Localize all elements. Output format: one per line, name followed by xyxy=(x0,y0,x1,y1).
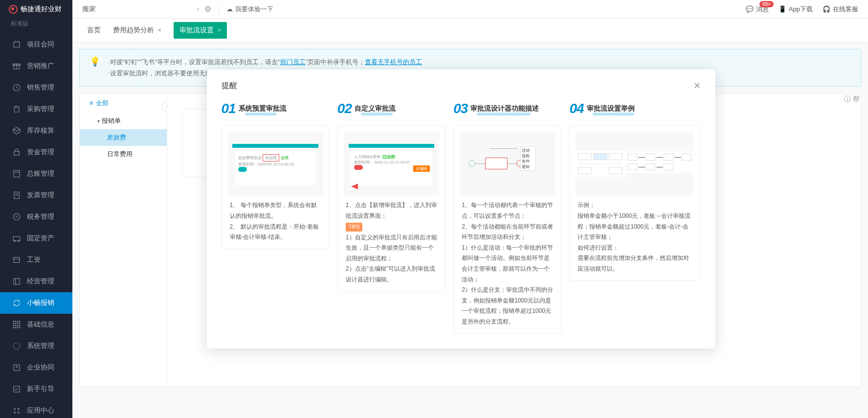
mock-outline: 未启用 xyxy=(263,154,279,162)
step4-p1: 示例： xyxy=(578,200,692,211)
step-image-3: 活动 连线 条件 通知 xyxy=(460,132,555,195)
step2-p3: 2）点击"去编辑"可以进入到审批流设计器进行编辑。 xyxy=(346,264,437,285)
mock-menu: 活动 xyxy=(522,148,534,153)
step4-p4: 需要在流程前先增加分支条件，然后增加对应活动就可以。 xyxy=(578,253,692,274)
step-card-4: 04 审批流设置举例 ——— xyxy=(569,101,700,333)
step-num-2: 02 xyxy=(337,101,352,116)
step4-p2: 报销单金额小于1000元，老板→会计审核流程；报销单金额超过1000元，老板-会… xyxy=(578,211,692,243)
mock-text: 更新时间：2020-11-22 17:23:07 xyxy=(354,160,410,164)
step-image-4: ——— —— xyxy=(576,132,694,195)
step-title-2: 自定义审批流 xyxy=(355,104,396,113)
mock-text: 差旅费审批流 xyxy=(238,156,262,160)
mock-text: 人力报销B类单 xyxy=(354,155,380,159)
modal-close-button[interactable]: ✕ xyxy=(693,80,701,91)
step3-p2: 2、每个活动都能在当前环节前或者环节后增加活动和分支； xyxy=(462,222,553,243)
step-title-4: 审批流设置举例 xyxy=(587,104,635,113)
modal-overlay: 提醒 ✕ 01 系统预置审批流 差旅费审批流 未启用 启用 xyxy=(0,0,868,418)
step1-p2: 2、 默认的审批流程是：开始-老板审核-会计审核-结束。 xyxy=(230,222,321,243)
step3-p1: 1、每一个活动都代表一个审核的节点，可以设置多个节点； xyxy=(462,200,553,221)
modal-title: 提醒 xyxy=(222,81,237,91)
tips-badge: TIPS xyxy=(346,223,362,232)
step-card-1: 01 系统预置审批流 差旅费审批流 未启用 启用 更新时间：2020-07-23… xyxy=(222,101,330,333)
mock-btn: 去编辑 xyxy=(413,165,430,172)
step-title-3: 审批流设计器功能描述 xyxy=(470,104,539,113)
step2-p2: 1）自定义的审批流只有启用后才能生效，且一个单据类型只能有一个启用的审批流程； xyxy=(346,232,437,264)
mock-menu: 通知 xyxy=(522,164,534,169)
step-num-3: 03 xyxy=(453,101,467,116)
tip-modal: 提醒 ✕ 01 系统预置审批流 差旅费审批流 未启用 启用 xyxy=(207,70,715,348)
step-num-1: 01 xyxy=(222,101,236,116)
step-title-1: 系统预置审批流 xyxy=(239,104,287,113)
mock-toggle-icon xyxy=(238,167,247,172)
mock-menu: 连线 xyxy=(522,153,534,159)
step2-p1: 1、点击【新增审批流】，进入到审批流设置界面； xyxy=(346,200,437,221)
step4-p3: 如何进行设置： xyxy=(578,243,692,254)
mock-text: 启用 xyxy=(281,156,289,160)
step3-p4: 2）什么是分支：审批流中不同的分支，例如报销单金额1000元以内是一个审批流程；… xyxy=(462,285,553,327)
mock-text: 更新时间：2020-07-23 10:00:32 xyxy=(238,162,294,166)
step-card-3: 03 审批流设计器功能描述 活动 xyxy=(453,101,561,333)
step1-p1: 1、 每个报销单类型，系统会有默认的报销审批流。 xyxy=(230,200,321,221)
step-image-1: 差旅费审批流 未启用 启用 更新时间：2020-07-23 10:00:32 xyxy=(228,132,323,195)
step-image-2: 人力报销B类单 已启用 更新时间：2020-11-22 17:23:07 去编辑 xyxy=(344,132,439,195)
arrow-icon xyxy=(351,184,358,189)
mock-toggle-icon xyxy=(354,165,363,170)
step-card-2: 02 自定义审批流 人力报销B类单 已启用 更新时间：2020-11-22 17… xyxy=(337,101,445,333)
mock-menu: 条件 xyxy=(522,159,534,164)
step3-p3: 1）什么是活动：每一个审批的环节都叫做一个活动。例如当前环节是会计主管审核，那就… xyxy=(462,243,553,285)
step-num-4: 04 xyxy=(569,101,583,116)
mock-badge: 已启用 xyxy=(381,155,396,159)
